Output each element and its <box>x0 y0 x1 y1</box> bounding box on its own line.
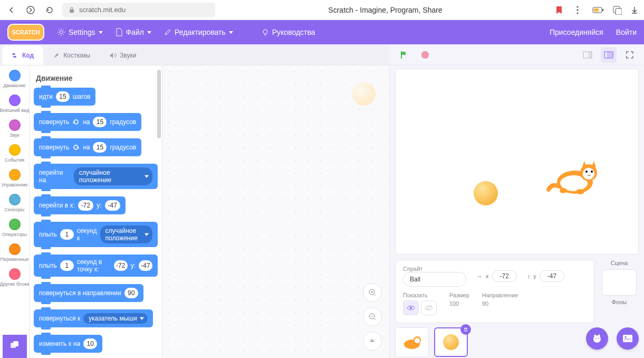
category-looks[interactable]: Внешний вид <box>0 92 30 117</box>
file-label: Файл <box>126 28 144 36</box>
block-input[interactable]: 90 <box>124 288 138 298</box>
file-menu[interactable]: Файл <box>116 28 151 36</box>
sound-icon <box>109 52 117 59</box>
reload-button[interactable] <box>43 4 56 16</box>
add-extension-button[interactable]: + <box>3 335 27 358</box>
svg-rect-40 <box>623 335 632 342</box>
download-icon[interactable] <box>630 6 639 14</box>
block-input[interactable]: 1 <box>60 260 74 271</box>
block-input[interactable]: -47 <box>105 200 120 211</box>
tab-code[interactable]: Код <box>2 46 43 65</box>
svg-point-2 <box>576 6 578 7</box>
stage-sprite-cat[interactable] <box>543 160 601 198</box>
tab-costumes[interactable]: Костюмы <box>43 46 100 65</box>
block-input[interactable]: -47 <box>139 260 152 271</box>
tutorials-label: Руководства <box>272 28 315 36</box>
category-variables[interactable]: Переменные <box>0 241 30 266</box>
scratch-logo[interactable]: SCRATCH <box>7 24 44 41</box>
svg-rect-22 <box>588 52 592 58</box>
block-goto[interactable]: перейти на случайное положение <box>34 164 158 189</box>
category-control[interactable]: Управление <box>0 167 30 192</box>
stage[interactable] <box>395 69 639 255</box>
add-sprite-button[interactable] <box>586 327 608 350</box>
block-point-direction[interactable]: повернуться в направлении 90 <box>34 284 143 302</box>
settings-menu[interactable]: Settings <box>57 28 103 36</box>
url-host: scratch.mit.edu <box>79 6 126 14</box>
sprite-size-input[interactable]: 100 <box>449 300 469 307</box>
category-myblocks[interactable]: Другие блоки <box>0 266 30 291</box>
edit-menu[interactable]: Редактировать <box>164 28 233 36</box>
zoom-reset-button[interactable]: = <box>363 332 382 351</box>
tab-sounds[interactable]: Звуки <box>100 46 146 65</box>
block-move-steps[interactable]: идти 15 шагов <box>34 88 95 106</box>
block-dropdown[interactable]: случайное положение <box>74 167 152 185</box>
category-motion[interactable]: Движение <box>0 68 30 92</box>
stop-button[interactable] <box>417 47 433 63</box>
svg-rect-6 <box>602 9 603 11</box>
block-glide-xy[interactable]: плыть 1 секунд в точку x: -72 y: -47 <box>34 255 158 277</box>
sprite-thumb-ball[interactable] <box>434 327 468 357</box>
block-point-towards[interactable]: повернуться к указатель мыши <box>34 309 153 327</box>
page-title: Scratch - Imagine, Program, Share <box>222 6 549 14</box>
block-input[interactable]: -72 <box>78 200 93 211</box>
sprite-delete-button[interactable] <box>460 324 471 335</box>
sprite-y-input[interactable]: -47 <box>540 270 564 282</box>
sprite-x-input[interactable]: -72 <box>492 270 517 282</box>
script-canvas[interactable]: = <box>162 65 390 358</box>
small-stage-button[interactable] <box>580 47 595 63</box>
bookmark-icon[interactable] <box>555 6 563 14</box>
sprite-direction-input[interactable]: 90 <box>482 300 518 307</box>
category-label: Сенсоры <box>0 207 30 212</box>
category-operators[interactable]: Операторы <box>0 216 30 241</box>
green-flag-button[interactable] <box>396 47 412 63</box>
block-input[interactable]: 1 <box>60 229 74 240</box>
block-goto-xy[interactable]: перейти в x: -72 y: -47 <box>34 196 126 214</box>
category-sound[interactable]: Звук <box>0 117 30 142</box>
svg-point-39 <box>598 338 599 339</box>
block-input[interactable]: 15 <box>93 142 107 153</box>
sprite-visible-button[interactable] <box>403 300 419 315</box>
large-stage-button[interactable] <box>601 47 617 63</box>
signin-link[interactable]: Войти <box>616 28 637 36</box>
block-input[interactable]: 15 <box>56 91 70 102</box>
tab-sounds-label: Звуки <box>120 52 136 59</box>
block-dropdown[interactable]: указатель мыши <box>83 313 147 324</box>
rotate-cw-icon <box>72 118 80 126</box>
zoom-in-button[interactable] <box>363 283 382 302</box>
category-events[interactable]: События <box>0 142 30 167</box>
join-link[interactable]: Присоединяйся <box>550 28 603 36</box>
fullscreen-button[interactable] <box>622 47 638 63</box>
svg-point-0 <box>27 6 34 14</box>
block-input[interactable]: 10 <box>83 338 97 349</box>
svg-rect-12 <box>12 53 15 55</box>
block-palette[interactable]: Движение идти 15 шагов повернуть на 15 г… <box>30 65 162 358</box>
block-change-x[interactable]: изменить x на 10 <box>34 335 102 353</box>
back-button[interactable] <box>5 4 18 16</box>
block-glide-random[interactable]: плыть 1 секунд к случайное положение <box>34 222 158 247</box>
app-menubar: SCRATCH Settings Файл Редактировать Руко… <box>0 20 644 44</box>
sprite-hidden-button[interactable] <box>421 300 437 315</box>
url-bar[interactable]: scratch.mit.edu <box>62 3 215 17</box>
image-icon <box>622 334 633 343</box>
scene-panel: Сцена Фоны <box>600 260 639 323</box>
scene-thumbnail[interactable] <box>602 269 637 296</box>
extension-icon[interactable] <box>612 5 622 15</box>
category-label: Другие блоки <box>0 281 30 287</box>
block-turn-cw[interactable]: повернуть на 15 градусов <box>34 113 141 131</box>
tutorials-menu[interactable]: Руководства <box>262 28 315 36</box>
size-label: Размер <box>449 292 469 298</box>
stage-sprite-ball[interactable] <box>474 181 498 205</box>
palette-scrollbar[interactable] <box>157 70 161 138</box>
browser-menu-icon[interactable] <box>24 4 37 16</box>
browser-more-icon[interactable] <box>571 4 584 16</box>
block-input[interactable]: -72 <box>114 260 128 271</box>
block-input[interactable]: 15 <box>93 117 107 127</box>
block-dropdown[interactable]: случайное положение <box>100 225 152 243</box>
sprite-name-input[interactable]: Ball <box>403 272 466 287</box>
add-backdrop-button[interactable] <box>617 327 639 350</box>
block-turn-ccw[interactable]: повернуть на 15 градусов <box>34 138 141 156</box>
svg-rect-24 <box>607 52 613 58</box>
sprite-thumb-cat[interactable] <box>395 327 429 357</box>
zoom-out-button[interactable] <box>363 307 382 326</box>
category-sensing[interactable]: Сенсоры <box>0 192 30 216</box>
